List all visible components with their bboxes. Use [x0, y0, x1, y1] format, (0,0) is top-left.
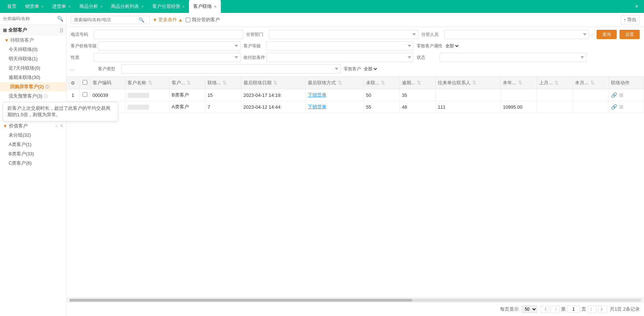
sidebar-collapse-icon[interactable]: ⟩⟩: [60, 28, 63, 33]
last-page-button[interactable]: 》: [598, 306, 607, 313]
nav-sales-order[interactable]: 销货单 ×: [21, 0, 48, 13]
sort-uncontacted-icon[interactable]: ⇅: [381, 80, 385, 85]
current-page-input[interactable]: [567, 306, 580, 313]
close-customer-segment-icon[interactable]: ×: [182, 4, 185, 9]
filter-manager: 分管人员 ···: [421, 30, 594, 39]
gender-select[interactable]: [94, 53, 241, 62]
main-search-input[interactable]: [74, 17, 139, 22]
link-action-icon[interactable]: 🔗: [611, 104, 617, 110]
filter-row-4: ... 客户类型 零散客户 全部: [71, 64, 640, 74]
contact-method-link[interactable]: 下销货单: [308, 104, 326, 109]
sidebar-c-customers[interactable]: C类客户(6): [0, 159, 66, 168]
sort-this-month-icon[interactable]: ⇅: [590, 80, 594, 85]
row-checkbox-cell[interactable]: [79, 89, 90, 101]
price-level-select[interactable]: [98, 41, 241, 51]
window-close-button[interactable]: ×: [632, 3, 641, 10]
settings-button[interactable]: 设置: [620, 30, 640, 39]
filter-more-icon[interactable]: ...: [71, 66, 74, 71]
select-all-checkbox[interactable]: [83, 80, 87, 85]
settings-icon-sidebar[interactable]: ✎: [60, 124, 63, 128]
dept-select[interactable]: [269, 30, 418, 39]
query-button[interactable]: 查询: [597, 30, 617, 39]
manager-select[interactable]: [444, 30, 589, 39]
sidebar: 🔍 ⊞ 全部客户 ⟩⟩ ▼ 待联络客户 今天待联络(0) 明天待联络(1) 近7…: [0, 13, 66, 316]
sidebar-repeat-purchase-abnormal[interactable]: 回购异常客户(2) ⓘ: [0, 82, 66, 91]
sidebar-pending-contact-group[interactable]: ▼ 待联络客户: [0, 36, 66, 45]
grid-action-icon[interactable]: ⊞: [619, 104, 624, 110]
sidebar-lost-warning[interactable]: 流失预警客户(3) ⓘ: [0, 91, 66, 101]
sidebar-all-customers-header[interactable]: ⊞ 全部客户 ⟩⟩: [0, 25, 66, 36]
close-sales-order-icon[interactable]: ×: [41, 4, 43, 9]
sort-date-icon[interactable]: ⇅: [273, 80, 277, 85]
sort-contact-icon[interactable]: ⇅: [223, 80, 227, 85]
sidebar-ungrouped[interactable]: 未分组(32): [0, 131, 66, 140]
close-customer-contact-icon[interactable]: ×: [214, 4, 216, 9]
nav-product-analysis[interactable]: 商品分析 ×: [75, 0, 107, 13]
th-checkbox[interactable]: [79, 77, 90, 89]
main-search-icon[interactable]: 🔍: [139, 17, 144, 23]
nav-purchase-order[interactable]: 进货单 ×: [48, 0, 75, 13]
filter-actions: 查询 设置: [597, 30, 640, 39]
th-settings[interactable]: ⚙: [66, 77, 79, 89]
phone-input[interactable]: [94, 30, 243, 39]
row-checkbox[interactable]: [83, 92, 87, 97]
edit-icon[interactable]: ○: [55, 124, 58, 128]
sort-type-icon[interactable]: ⇅: [187, 80, 191, 85]
contact-method-link[interactable]: 下销货单: [308, 92, 326, 98]
sidebar-a-customers[interactable]: A类客户(1): [0, 140, 66, 149]
sidebar-value-customers-group[interactable]: ▼ 价值客户 ○ ✎: [0, 121, 66, 131]
grid-action-icon[interactable]: ⊞: [619, 92, 624, 98]
customer-level-select[interactable]: [267, 41, 413, 51]
table-body: 1 000039 B类客户 15 2023-04-17 14:19: 下销货单 …: [66, 89, 644, 113]
my-customers-checkbox[interactable]: [186, 18, 190, 22]
more-conditions-button[interactable]: ▼ 更多条件 ▲: [153, 16, 183, 23]
th-contact-count: 联络... ⇅: [205, 77, 241, 89]
nav-customer-contact[interactable]: 客户联络 ×: [189, 0, 221, 13]
retail-attr-select[interactable]: 全部: [444, 43, 460, 49]
table-row: 2 000031 A类客户 7 2023-04-12 14:44: 下销货单 5…: [66, 101, 644, 113]
sort-unit-icon[interactable]: ⇅: [472, 80, 476, 85]
status-select[interactable]: [440, 53, 587, 62]
customer-type-select[interactable]: [121, 64, 341, 74]
sidebar-tomorrow-pending[interactable]: 明天待联络(1): [0, 54, 66, 63]
link-action-icon[interactable]: 🔗: [611, 92, 617, 98]
export-button[interactable]: ↑ 导出: [621, 15, 640, 24]
nav-product-analysis-list[interactable]: 商品分析列表 ×: [107, 0, 148, 13]
sidebar-search-input[interactable]: [3, 16, 57, 21]
scrollbar-thumb[interactable]: [69, 299, 412, 302]
row-overdue: 48: [399, 101, 435, 113]
next-page-button[interactable]: 〉: [588, 306, 597, 313]
sort-year-icon[interactable]: ⇅: [518, 80, 522, 85]
sidebar-overdue-contact[interactable]: 逾期未联络(30): [0, 73, 66, 82]
first-page-button[interactable]: 《: [540, 306, 549, 313]
th-overdue: 逾期... ⇅: [399, 77, 435, 89]
sort-method-icon[interactable]: ⇅: [338, 80, 342, 85]
filter-price-level: 客户价格等级: [71, 41, 241, 51]
retail-customer-select[interactable]: 全部: [362, 66, 378, 72]
prev-page-button[interactable]: 〈: [551, 306, 560, 313]
sidebar-today-pending[interactable]: 今天待联络(0): [0, 45, 66, 54]
th-last-contact-date: 最后联络日期 ⇅: [241, 77, 305, 89]
close-purchase-order-icon[interactable]: ×: [68, 4, 70, 9]
manager-more-icon[interactable]: ···: [590, 32, 594, 37]
table-container: ⚙ 客户编码 客户名称 ⇅ 客户... ⇅: [66, 77, 644, 298]
sort-customer-name-icon[interactable]: ⇅: [148, 80, 152, 85]
per-page-label: 每页显示: [500, 306, 519, 312]
retail-customer-label: 零散客户: [344, 66, 361, 72]
nav-home[interactable]: 首页: [3, 0, 21, 13]
sort-overdue-icon[interactable]: ⇅: [417, 80, 421, 85]
close-product-analysis-icon[interactable]: ×: [100, 4, 102, 9]
payment-term-select[interactable]: [267, 53, 413, 62]
nav-customer-segment[interactable]: 客户分层经营 ×: [148, 0, 189, 13]
row-this-month: [573, 101, 609, 113]
per-page-select[interactable]: 50: [522, 305, 537, 313]
row-contact-count: 7: [205, 101, 241, 113]
sidebar-b-customers[interactable]: B类客户(33): [0, 149, 66, 159]
row-customer-name: [125, 89, 170, 101]
sidebar-search-icon[interactable]: 🔍: [57, 16, 63, 22]
sidebar-search-box: 🔍: [0, 13, 66, 25]
close-product-analysis-list-icon[interactable]: ×: [141, 4, 143, 9]
sidebar-7days-pending[interactable]: 近7天待联络(0): [0, 63, 66, 73]
horizontal-scrollbar[interactable]: [66, 298, 644, 302]
sort-last-month-icon[interactable]: ⇅: [555, 80, 559, 85]
